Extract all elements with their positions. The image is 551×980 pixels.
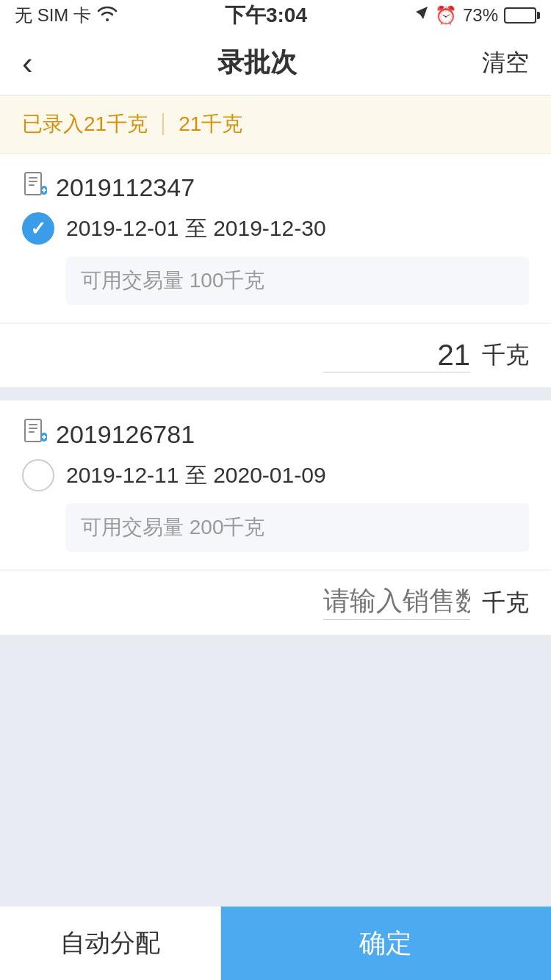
clear-button[interactable]: 清空 [482,47,529,79]
item-card-2: 2019126781 2019-12-11 至 2020-01-09 可用交易量… [0,400,551,569]
gray-area [0,636,551,915]
banner-value: 21千克 [179,110,242,138]
page-title: 录批次 [217,45,297,81]
back-button[interactable]: ‹ [22,47,33,79]
carrier-label: 无 SIM 卡 [15,4,91,27]
info-banner: 已录入21千克 21千克 [0,96,551,154]
item2-qty-input[interactable] [323,586,470,620]
section-divider [0,389,551,400]
svg-rect-8 [29,424,37,425]
item2-header: 2019126781 [22,418,529,450]
item1-header: 2019112347 [22,171,529,203]
svg-rect-2 [29,181,37,182]
status-bar-left: 无 SIM 卡 [15,4,118,27]
item2-doc-icon [22,418,48,450]
battery-percent: 73% [463,5,498,26]
item1-amount-row: 千克 [0,324,551,389]
confirm-button[interactable]: 确定 [221,907,551,980]
item-card-1: 2019112347 2019-12-01 至 2019-12-30 可用交易量… [0,154,551,323]
item1-date: 2019-12-01 至 2019-12-30 [66,214,326,244]
svg-rect-1 [29,177,37,179]
item2-date: 2019-12-11 至 2020-01-09 [66,461,326,491]
recorded-label: 已录入21千克 [22,110,148,138]
item2-input-row: 千克 [0,571,551,636]
item1-doc-icon [22,171,48,203]
location-icon [414,5,429,26]
item2-unit: 千克 [482,587,529,619]
bottom-bar: 自动分配 确定 [0,907,551,980]
wifi-icon [97,5,118,26]
item1-amount-input[interactable] [323,339,470,372]
battery-icon [504,7,536,24]
svg-rect-3 [29,184,35,186]
item1-id: 2019112347 [56,173,195,202]
item2-available-qty: 可用交易量 200千克 [66,503,529,552]
svg-rect-10 [29,431,35,433]
status-bar-right: ⏰ 73% [414,5,536,26]
item2-radio[interactable] [22,459,54,491]
item2-id: 2019126781 [56,420,195,449]
svg-rect-9 [29,428,37,429]
item1-available-qty: 可用交易量 100千克 [66,256,529,305]
item1-radio[interactable] [22,212,54,245]
item1-date-row[interactable]: 2019-12-01 至 2019-12-30 [22,212,529,245]
svg-rect-7 [25,419,41,442]
auto-distribute-button[interactable]: 自动分配 [0,907,221,980]
status-bar: 无 SIM 卡 下午3:04 ⏰ 73% [0,0,551,31]
svg-rect-0 [25,173,41,195]
nav-bar: ‹ 录批次 清空 [0,31,551,96]
item1-unit: 千克 [482,339,529,372]
alarm-icon: ⏰ [435,5,457,26]
item2-date-row[interactable]: 2019-12-11 至 2020-01-09 [22,459,529,491]
banner-divider [162,113,164,135]
status-time: 下午3:04 [225,1,307,29]
